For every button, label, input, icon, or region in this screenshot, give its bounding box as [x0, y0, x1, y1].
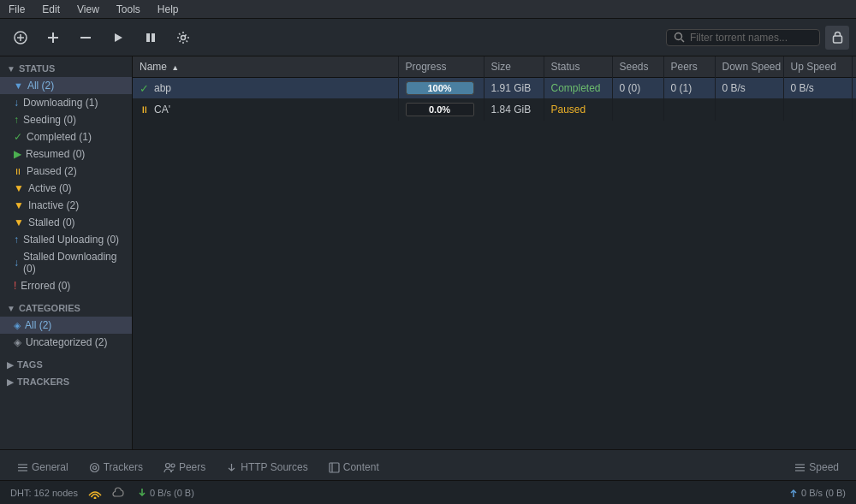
sidebar-item-downloading[interactable]: ↓ Downloading (1) [0, 94, 132, 111]
sidebar-downloading-label: Downloading (1) [23, 97, 98, 109]
resumed-icon: ▶ [14, 148, 21, 160]
sidebar-item-seeding[interactable]: ↑ Seeding (0) [0, 111, 132, 128]
cloud-icon [112, 487, 128, 499]
svg-line-11 [681, 39, 684, 42]
sidebar-item-uncategorized[interactable]: ◈ Uncategorized (2) [0, 334, 132, 351]
col-header-down-speed[interactable]: Down Speed [715, 56, 783, 78]
trackers-section-header[interactable]: ▶ TRACKERS [0, 373, 132, 390]
lock-button[interactable] [825, 26, 849, 50]
menu-help[interactable]: Help [154, 2, 182, 17]
svg-point-25 [93, 496, 96, 499]
sidebar-stalled-downloading-label: Stalled Downloading (0) [23, 251, 125, 275]
progress-bar-container: 100% [406, 81, 474, 95]
tab-general[interactable]: General [7, 456, 79, 480]
sidebar-item-paused[interactable]: ⏸ Paused (2) [0, 163, 132, 180]
tab-speed[interactable]: Speed [784, 456, 849, 480]
seeding-icon: ↑ [14, 114, 19, 126]
col-header-up-speed[interactable]: Up Speed [783, 56, 852, 78]
tab-content-label: Content [343, 461, 379, 473]
col-header-status[interactable]: Status [544, 56, 612, 78]
menu-view[interactable]: View [74, 2, 103, 17]
sidebar-item-stalled-uploading[interactable]: ↑ Stalled Uploading (0) [0, 231, 132, 248]
table-row[interactable]: ⏸CA'0.0%1.84 GiBPaused∞ [133, 99, 856, 121]
sidebar-errored-label: Errored (0) [21, 280, 70, 292]
torrent-down-speed: 0 B/s [715, 78, 783, 99]
torrent-eta: ∞ [852, 99, 856, 121]
categories-section-header[interactable]: ▼ CATEGORIES [0, 299, 132, 317]
up-speed-status: 0 B/s (0 B) [789, 488, 846, 498]
table-row[interactable]: ✓abp100%1.91 GiBCompleted0 (0)0 (1)0 B/s… [133, 78, 856, 99]
add-url-button[interactable] [39, 24, 67, 51]
categories-section-label: CATEGORIES [19, 303, 80, 313]
inactive-icon: ▼ [14, 199, 24, 211]
sidebar-item-inactive[interactable]: ▼ Inactive (2) [0, 197, 132, 214]
tab-http-sources[interactable]: HTTP Sources [216, 456, 318, 480]
torrent-table[interactable]: Name ▲ Progress Size Status Seeds Peers … [133, 56, 856, 449]
uncategorized-icon: ◈ [14, 336, 21, 348]
col-header-name[interactable]: Name ▲ [133, 56, 398, 78]
sidebar-item-cat-all[interactable]: ◈ All (2) [0, 317, 132, 334]
tab-peers[interactable]: Peers [153, 456, 216, 480]
sidebar-paused-label: Paused (2) [27, 165, 77, 177]
torrent-size: 1.84 GiB [484, 99, 544, 121]
trackers-tab-icon [89, 462, 100, 473]
add-torrent-button[interactable] [7, 24, 34, 51]
torrent-peers: 0 (1) [663, 78, 715, 99]
sort-arrow-icon: ▲ [171, 63, 179, 72]
sidebar-item-resumed[interactable]: ▶ Resumed (0) [0, 145, 132, 163]
table-header-row: Name ▲ Progress Size Status Seeds Peers … [133, 56, 856, 78]
sidebar-item-errored[interactable]: ! Errored (0) [0, 277, 132, 294]
peers-tab-icon [163, 462, 175, 473]
menu-bar: File Edit View Tools Help [0, 0, 856, 19]
col-header-peers[interactable]: Peers [663, 56, 715, 78]
svg-rect-7 [146, 33, 150, 42]
trackers-chevron-icon: ▶ [7, 377, 14, 387]
network-icon-item [88, 487, 102, 499]
pause-icon: ⏸ [140, 104, 149, 115]
menu-edit[interactable]: Edit [39, 2, 63, 17]
content-tab-icon [329, 462, 340, 473]
search-input[interactable] [690, 32, 810, 44]
settings-button[interactable] [169, 24, 197, 51]
svg-rect-12 [833, 36, 841, 43]
menu-file[interactable]: File [5, 2, 28, 17]
remove-button[interactable] [72, 24, 99, 51]
tags-section-header[interactable]: ▶ TAGS [0, 356, 132, 373]
check-icon: ✓ [140, 82, 149, 95]
tab-content[interactable]: Content [318, 456, 389, 480]
sidebar-item-completed[interactable]: ✓ Completed (1) [0, 128, 132, 145]
sidebar-item-stalled[interactable]: ▼ Stalled (0) [0, 214, 132, 231]
sidebar-item-all[interactable]: ▼ All (2) [0, 77, 132, 94]
col-header-eta[interactable]: ETA [852, 56, 856, 78]
pause-button[interactable] [137, 24, 164, 51]
general-tab-icon [17, 462, 28, 473]
col-header-progress[interactable]: Progress [398, 56, 484, 78]
dht-label: DHT: 162 nodes [10, 488, 78, 498]
stalled-icon: ▼ [14, 216, 24, 228]
up-speed-label: 0 B/s (0 B) [801, 488, 846, 498]
torrent-size: 1.91 GiB [484, 78, 544, 99]
tab-general-label: General [32, 461, 68, 473]
stalled-uploading-icon: ↑ [14, 234, 19, 246]
cloud-icon-item [112, 487, 128, 499]
downloading-icon: ↓ [14, 97, 19, 109]
sidebar-item-active[interactable]: ▼ Active (0) [0, 180, 132, 197]
tab-trackers[interactable]: Trackers [79, 456, 153, 480]
all-icon: ▼ [14, 80, 23, 91]
svg-point-17 [92, 465, 96, 469]
sidebar: ▼ STATUS ▼ All (2) ↓ Downloading (1) ↑ S… [0, 56, 133, 449]
menu-tools[interactable]: Tools [113, 2, 144, 17]
svg-point-9 [181, 35, 186, 39]
sidebar-item-stalled-downloading[interactable]: ↓ Stalled Downloading (0) [0, 248, 132, 277]
svg-point-16 [90, 463, 98, 471]
torrent-peers [663, 99, 715, 121]
status-section-header[interactable]: ▼ STATUS [0, 60, 132, 77]
tab-speed-label: Speed [809, 461, 839, 473]
torrent-status: Paused [544, 99, 612, 121]
resume-button[interactable] [104, 24, 132, 51]
sidebar-active-label: Active (0) [28, 182, 72, 194]
progress-bar-container: 0.0% [406, 103, 474, 116]
stalled-downloading-icon: ↓ [14, 257, 19, 269]
col-header-size[interactable]: Size [484, 56, 544, 78]
col-header-seeds[interactable]: Seeds [612, 56, 663, 78]
